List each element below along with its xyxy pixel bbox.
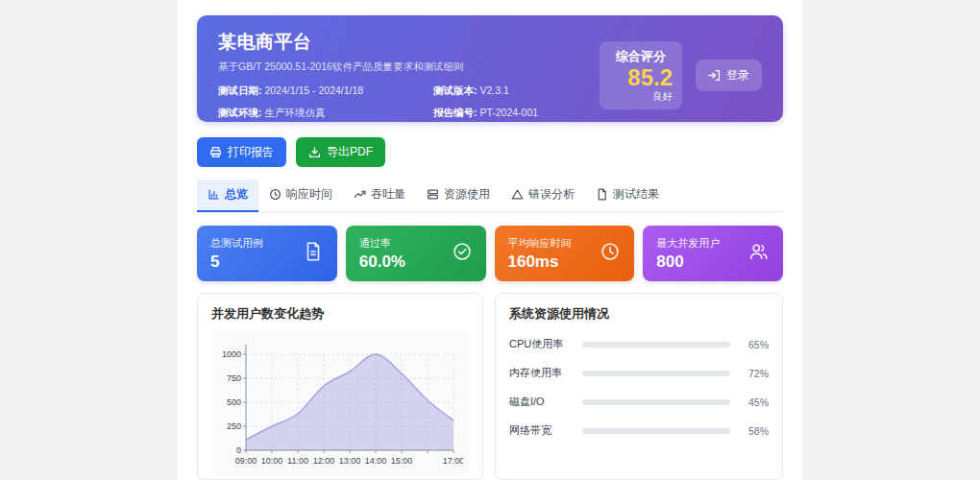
resource-disk-label: 磁盘I/O: [509, 395, 573, 409]
svg-text:15:00: 15:00: [391, 456, 413, 466]
tab-response-time-label: 响应时间: [286, 186, 332, 203]
resource-cpu-bar-track: [582, 342, 730, 348]
resource-memory-percent: 72%: [740, 368, 769, 379]
download-icon: [308, 146, 321, 158]
stat-avg-response-value: 160ms: [508, 252, 572, 272]
tab-overview[interactable]: 总览: [197, 180, 258, 212]
svg-text:13:00: 13:00: [339, 456, 361, 466]
tab-error-analysis[interactable]: 错误分析: [501, 180, 585, 212]
export-pdf-label: 导出PDF: [327, 144, 373, 160]
system-resources-panel: 系统资源使用情况 CPU使用率 65% 内存使用率 72% 磁盘I/O 45% …: [495, 293, 783, 480]
resource-row-disk: 磁盘I/O 45%: [509, 395, 769, 409]
alert-triangle-icon: [511, 188, 524, 201]
server-icon: [427, 188, 439, 201]
tab-throughput[interactable]: 吞吐量: [343, 180, 416, 212]
resource-cpu-percent: 65%: [740, 339, 769, 350]
stat-card-avg-response: 平均响应时间 160ms: [495, 226, 635, 281]
stat-max-concurrent-label: 最大并发用户: [656, 236, 720, 251]
chart-box: 0250500750100009:0010:0011:0012:0013:001…: [211, 331, 469, 475]
svg-text:12:00: 12:00: [313, 456, 335, 466]
stat-card-total-cases: 总测试用例 5: [197, 226, 337, 281]
file-text-icon: [303, 241, 324, 266]
export-pdf-button[interactable]: 导出PDF: [296, 137, 385, 167]
bar-chart-icon: [208, 188, 220, 201]
resource-memory-label: 内存使用率: [509, 366, 573, 380]
resource-network-bar-track: [582, 428, 730, 434]
resource-network-label: 网络带宽: [509, 423, 573, 438]
tab-test-results[interactable]: 测试结果: [585, 180, 670, 212]
login-icon: [708, 69, 721, 82]
clock-icon: [600, 241, 621, 266]
score-grade: 良好: [609, 90, 673, 104]
resource-row-memory: 内存使用率 72%: [509, 366, 769, 380]
tab-response-time[interactable]: 响应时间: [258, 180, 343, 212]
resource-memory-bar-track: [582, 371, 730, 376]
stat-cards: 总测试用例 5 通过率 60.0% 平均响应时间 160ms 最大并发用户 80…: [197, 226, 783, 281]
tab-test-results-label: 测试结果: [613, 186, 659, 203]
resource-cpu-label: CPU使用率: [509, 337, 573, 351]
header-right: 综合评分 85.2 良好 登录: [600, 41, 762, 109]
resource-network-percent: 58%: [740, 425, 769, 437]
report-page: 某电商平台 基于GB/T 25000.51-2016软件产品质量要求和测试细则 …: [178, 0, 802, 480]
page-subtitle: 基于GB/T 25000.51-2016软件产品质量要求和测试细则: [218, 60, 538, 74]
svg-text:17:00: 17:00: [443, 456, 463, 466]
resource-row-cpu: CPU使用率 65%: [509, 337, 769, 351]
report-tabs: 总览 响应时间 吞吐量 资源使用 错误分析 测试结果: [197, 180, 783, 212]
page-title: 某电商平台: [218, 30, 538, 55]
bottom-panels: 并发用户数变化趋势 0250500750100009:0010:0011:001…: [197, 293, 783, 480]
print-report-button[interactable]: 打印报告: [197, 137, 286, 167]
trending-up-icon: [354, 188, 366, 201]
resource-disk-percent: 45%: [740, 396, 769, 408]
meta-report-no: 报告编号: PT-2024-001: [433, 107, 538, 120]
score-value: 85.2: [609, 65, 673, 90]
svg-text:250: 250: [227, 421, 241, 431]
svg-text:09:00: 09:00: [235, 456, 257, 466]
check-circle-icon: [452, 241, 473, 266]
svg-text:1000: 1000: [222, 349, 241, 359]
svg-text:750: 750: [227, 373, 241, 383]
header-left: 某电商平台 基于GB/T 25000.51-2016软件产品质量要求和测试细则 …: [218, 30, 538, 120]
report-meta: 测试日期: 2024/1/15 - 2024/1/18 测试版本: V2.3.1…: [218, 84, 538, 120]
stat-total-cases-value: 5: [210, 252, 263, 272]
svg-text:10:00: 10:00: [261, 456, 283, 466]
svg-text:14:00: 14:00: [365, 456, 387, 466]
concurrent-users-panel: 并发用户数变化趋势 0250500750100009:0010:0011:001…: [197, 293, 483, 480]
stat-pass-rate-value: 60.0%: [359, 252, 405, 272]
stat-total-cases-label: 总测试用例: [210, 236, 263, 251]
stat-card-max-concurrent: 最大并发用户 800: [643, 226, 783, 281]
svg-text:500: 500: [227, 397, 241, 407]
login-button[interactable]: 登录: [696, 60, 762, 91]
tab-throughput-label: 吞吐量: [371, 186, 405, 203]
tab-error-analysis-label: 错误分析: [528, 186, 575, 203]
concurrent-users-area-chart: 0250500750100009:0010:0011:0012:0013:001…: [215, 333, 463, 473]
tab-resource-usage[interactable]: 资源使用: [416, 180, 501, 212]
clock-icon: [269, 188, 282, 201]
meta-test-date: 测试日期: 2024/1/15 - 2024/1/18: [218, 84, 428, 98]
stat-avg-response-label: 平均响应时间: [508, 236, 572, 251]
svg-text:0: 0: [236, 445, 241, 455]
overall-score-box: 综合评分 85.2 良好: [600, 41, 682, 109]
print-report-label: 打印报告: [228, 144, 274, 160]
resources-panel-title: 系统资源使用情况: [509, 305, 769, 323]
chart-panel-title: 并发用户数变化趋势: [211, 305, 469, 323]
score-label: 综合评分: [609, 48, 673, 65]
stat-max-concurrent-value: 800: [656, 252, 720, 272]
users-icon: [748, 241, 770, 266]
report-header-card: 某电商平台 基于GB/T 25000.51-2016软件产品质量要求和测试细则 …: [197, 15, 783, 122]
meta-test-version: 测试版本: V2.3.1: [433, 84, 538, 98]
resource-disk-bar-track: [582, 399, 730, 405]
tab-resource-usage-label: 资源使用: [444, 186, 490, 203]
printer-icon: [209, 146, 222, 158]
login-button-label: 登录: [726, 67, 749, 84]
stat-card-pass-rate: 通过率 60.0%: [346, 226, 486, 281]
resource-row-network: 网络带宽 58%: [509, 423, 769, 438]
stat-pass-rate-label: 通过率: [359, 236, 405, 251]
file-icon: [596, 188, 608, 201]
meta-test-env: 测试环境: 生产环境仿真: [218, 107, 428, 120]
tab-overview-label: 总览: [225, 186, 248, 203]
svg-text:11:00: 11:00: [287, 456, 308, 466]
toolbar: 打印报告 导出PDF: [197, 137, 783, 167]
